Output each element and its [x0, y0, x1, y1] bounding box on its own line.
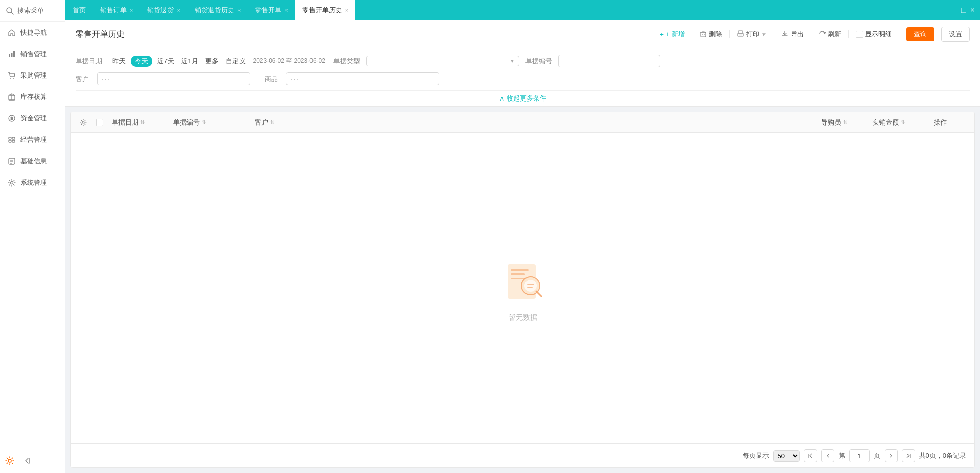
- tab-close-icon[interactable]: ×: [345, 7, 348, 13]
- add-button[interactable]: + + 新增: [660, 30, 685, 39]
- date-opt-yesterday[interactable]: 昨天: [110, 56, 128, 67]
- chart-icon: [7, 49, 16, 59]
- tab-retail-open-history[interactable]: 零售开单历史 ×: [295, 0, 355, 20]
- content: 零售开单历史 + + 新增: [65, 20, 980, 473]
- date-range-value: 2023-06-02 至 2023-06-02: [253, 57, 325, 65]
- customer-label: 客户: [76, 74, 89, 84]
- refresh-icon: [819, 30, 826, 39]
- sidebar-item-label: 快捷导航: [20, 28, 47, 37]
- page-di-label: 第: [839, 451, 845, 460]
- date-opt-today[interactable]: 今天: [131, 56, 152, 67]
- current-page-input[interactable]: [849, 449, 870, 462]
- export-icon: [781, 30, 788, 39]
- tab-close-icon[interactable]: ×: [130, 7, 133, 13]
- date-opt-7days[interactable]: 近7天: [155, 56, 176, 67]
- tab-close-icon[interactable]: ×: [177, 7, 180, 13]
- delete-icon: [700, 30, 707, 39]
- print-dropdown-icon: ▼: [761, 32, 767, 37]
- money-icon: [7, 114, 16, 123]
- management-icon: [7, 135, 16, 144]
- sidebar-item-sales-mgmt[interactable]: 销售管理: [0, 43, 65, 65]
- tab-sales-return[interactable]: 销货退货 ×: [140, 0, 187, 20]
- sidebar-item-finance[interactable]: 资金管理: [0, 108, 65, 129]
- sort-icon: ⇅: [843, 119, 847, 125]
- th-no[interactable]: 单据编号 ⇅: [169, 118, 251, 127]
- tab-retail-open[interactable]: 零售开单 ×: [248, 0, 295, 20]
- sidebar: 搜索采单 快捷导航 销售管理 采购管理: [0, 0, 65, 473]
- select-all-checkbox[interactable]: [96, 119, 103, 126]
- sidebar-item-base-info[interactable]: 基础信息: [0, 151, 65, 172]
- footer-gear-icon[interactable]: [5, 456, 14, 467]
- svg-point-29: [82, 121, 84, 123]
- divider: [899, 30, 899, 38]
- print-icon: [737, 30, 744, 39]
- date-label: 单据日期: [76, 57, 102, 66]
- collapse-button[interactable]: ∧ 收起更多条件: [76, 90, 970, 106]
- sidebar-item-sys-mgmt[interactable]: 系统管理: [0, 172, 65, 193]
- th-settings[interactable]: [75, 119, 91, 126]
- query-button[interactable]: 查询: [906, 27, 934, 41]
- empty-illustration: [497, 254, 548, 305]
- last-page-button[interactable]: [902, 449, 915, 462]
- th-checkbox[interactable]: [91, 119, 108, 126]
- th-date[interactable]: 单据日期 ⇅: [108, 118, 169, 127]
- prev-page-button[interactable]: [821, 449, 834, 462]
- sidebar-item-label: 销售管理: [20, 49, 47, 59]
- svg-rect-32: [511, 273, 525, 275]
- sort-icon: ⇅: [140, 119, 145, 125]
- customer-input[interactable]: ···: [97, 72, 250, 85]
- sort-icon: ⇅: [270, 119, 274, 125]
- page-title: 零售开单历史: [76, 29, 125, 40]
- total-label: 共0页，0条记录: [919, 451, 966, 460]
- date-opt-more[interactable]: 更多: [203, 56, 221, 67]
- display-detail-checkbox[interactable]: [856, 31, 863, 38]
- sidebar-item-quick-nav[interactable]: 快捷导航: [0, 22, 65, 43]
- export-button[interactable]: 导出: [781, 30, 804, 39]
- svg-rect-13: [12, 140, 15, 142]
- tab-close-icon[interactable]: ×: [237, 7, 241, 13]
- window-restore-icon[interactable]: □: [961, 6, 966, 15]
- date-opt-1month[interactable]: 近1月: [179, 56, 200, 67]
- type-select-arrow: ▼: [510, 58, 515, 64]
- per-page-label: 每页显示: [743, 451, 769, 460]
- tab-home[interactable]: 首页: [65, 0, 93, 20]
- filter-area: 单据日期 昨天 今天 近7天 近1月 更多 自定义 2023-06-02 至 2…: [65, 48, 980, 107]
- tab-sales-order[interactable]: 销售订单 ×: [93, 0, 140, 20]
- per-page-select[interactable]: 50 20 100: [773, 450, 800, 462]
- th-guide[interactable]: 导购员 ⇅: [817, 118, 868, 127]
- print-button[interactable]: 打印 ▼: [737, 30, 767, 39]
- refresh-button[interactable]: 刷新: [819, 30, 841, 39]
- delete-button[interactable]: 删除: [700, 30, 722, 39]
- no-input[interactable]: [558, 55, 660, 67]
- display-detail-toggle[interactable]: 显示明细: [856, 30, 892, 39]
- next-page-button[interactable]: [885, 449, 898, 462]
- divider: [692, 30, 692, 38]
- collapse-up-icon: ∧: [499, 95, 505, 103]
- search-icon: [5, 6, 14, 15]
- th-amount[interactable]: 实销金额 ⇅: [868, 118, 929, 127]
- sidebar-item-inventory[interactable]: 库存核算: [0, 86, 65, 108]
- settings-button[interactable]: 设置: [941, 27, 970, 42]
- window-close-icon[interactable]: ×: [970, 6, 975, 15]
- date-opt-custom[interactable]: 自定义: [224, 56, 248, 67]
- svg-rect-10: [9, 137, 11, 139]
- sidebar-item-purchase-mgmt[interactable]: 采购管理: [0, 65, 65, 86]
- sidebar-footer: [0, 450, 65, 473]
- divider: [729, 30, 730, 38]
- sidebar-item-operation[interactable]: 经营管理: [0, 129, 65, 151]
- svg-point-35: [524, 280, 537, 292]
- svg-rect-21: [701, 32, 706, 37]
- date-options: 昨天 今天 近7天 近1月 更多 自定义 2023-06-02 至 2023-0…: [110, 56, 325, 67]
- svg-rect-11: [12, 137, 15, 139]
- tab-sales-return-history[interactable]: 销货退货历史 ×: [187, 0, 248, 20]
- th-customer[interactable]: 客户 ⇅: [251, 118, 817, 127]
- settings-icon: [7, 178, 16, 187]
- type-select[interactable]: ▼: [366, 56, 519, 66]
- sidebar-search[interactable]: 搜索采单: [0, 0, 65, 22]
- first-page-button[interactable]: [804, 449, 817, 462]
- tab-close-icon[interactable]: ×: [284, 7, 288, 13]
- page-header: 零售开单历史 + + 新增: [65, 20, 980, 48]
- footer-collapse-icon[interactable]: [22, 456, 32, 467]
- goods-input[interactable]: ···: [286, 72, 439, 85]
- svg-point-18: [11, 182, 13, 184]
